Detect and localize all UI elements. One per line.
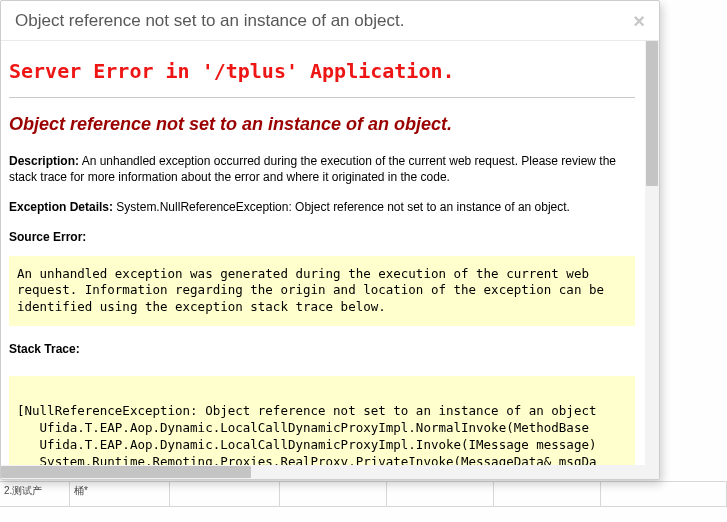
error-dialog: Object reference not set to an instance …	[0, 0, 660, 480]
cell-text: 桶*	[74, 485, 88, 496]
dialog-title: Object reference not set to an instance …	[15, 11, 404, 31]
cell-text: 2.测试产	[4, 485, 42, 496]
details-label: Exception Details:	[9, 200, 113, 214]
divider	[9, 97, 635, 98]
description-text: An unhandled exception occurred during t…	[9, 154, 616, 184]
close-icon[interactable]: ×	[633, 11, 645, 31]
source-error-label: Source Error:	[9, 230, 635, 244]
vertical-scrollbar[interactable]	[645, 41, 659, 465]
scroll-corner	[645, 465, 659, 479]
dialog-header: Object reference not set to an instance …	[1, 1, 659, 41]
source-error-box: An unhandled exception was generated dur…	[9, 256, 635, 327]
description-label: Description:	[9, 154, 79, 168]
exception-heading: Object reference not set to an instance …	[9, 114, 635, 135]
dialog-body: Server Error in '/tplus' Application. Ob…	[1, 41, 659, 479]
table-cell: 2.测试产	[0, 482, 70, 506]
table-cell	[280, 482, 387, 506]
vertical-scrollbar-thumb[interactable]	[646, 41, 658, 186]
table-cell: 桶*	[70, 482, 170, 506]
table-cell	[494, 482, 601, 506]
table-cell	[601, 482, 727, 506]
server-error-title: Server Error in '/tplus' Application.	[9, 59, 635, 83]
stack-trace-box: [NullReferenceException: Object referenc…	[9, 376, 635, 465]
horizontal-scrollbar-thumb[interactable]	[1, 466, 251, 478]
horizontal-scrollbar[interactable]	[1, 465, 645, 479]
details-text: System.NullReferenceException: Object re…	[113, 200, 570, 214]
error-content: Server Error in '/tplus' Application. Ob…	[1, 41, 645, 465]
stack-trace-label: Stack Trace:	[9, 342, 635, 356]
table-row: 2.测试产 桶*	[0, 481, 727, 507]
table-cell	[387, 482, 494, 506]
table-cell	[170, 482, 280, 506]
exception-details-block: Exception Details: System.NullReferenceE…	[9, 199, 635, 215]
description-block: Description: An unhandled exception occu…	[9, 153, 635, 185]
